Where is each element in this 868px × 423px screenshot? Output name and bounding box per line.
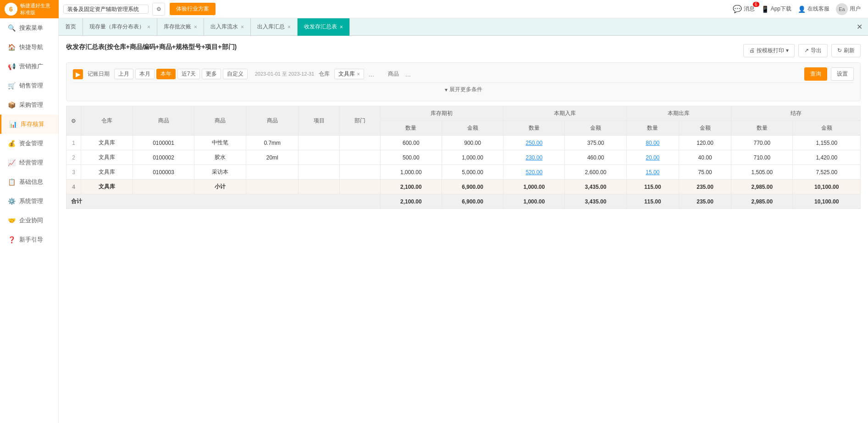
table-cell[interactable]: 20.00 [626,150,679,165]
sidebar-item-basic[interactable]: 📋 基础信息 [0,172,58,192]
warehouse-label: 仓库 [319,70,330,78]
service-label: 在线客服 [807,5,829,13]
table-cell: 1,000.00 [442,150,503,165]
goods-more-dots[interactable]: ... [405,71,411,78]
tab-recv-send[interactable]: 收发存汇总表 × [298,18,350,36]
table-cell[interactable]: 15.00 [626,165,679,180]
sidebar-item-newbie[interactable]: ❓ 新手引导 [0,230,58,249]
tab-stock-dist[interactable]: 现存量（库存分布表） × [83,18,157,36]
app-download-label: App下载 [771,5,791,13]
print-button[interactable]: 🖨 按模板打印 ▾ [743,44,795,57]
system-icon: ⚙️ [7,197,16,205]
sidebar-item-label: 采购管理 [19,101,43,109]
table-cell: 3,435.00 [565,180,626,194]
online-service-button[interactable]: 👤 在线客服 [798,5,829,13]
query-button[interactable]: 查询 [804,67,827,81]
col-header-project: 项目 [299,106,339,136]
table-cell: 1,420.00 [793,150,861,165]
tab-stock-dist-close[interactable]: × [147,24,150,30]
tab-inout-flow-close[interactable]: × [241,24,244,30]
message-button[interactable]: 💬 6 消息 [733,5,755,13]
table-cell [299,180,339,194]
tab-bar: 首页 现存量（库存分布表） × 库存批次账 × 出入库流水 × 出入库汇总 × … [59,18,868,36]
sidebar-item-inventory[interactable]: 📊 库存核算 [0,115,58,134]
sidebar-item-shortcut[interactable]: 🏠 快捷导航 [0,38,58,57]
table-cell: 6,900.00 [442,180,503,194]
sidebar-item-purchase[interactable]: 📦 采购管理 [0,95,58,115]
table-cell: 文具库 [81,165,133,180]
sub-header-bal-qty: 数量 [731,121,793,136]
table-cell: 2,100.00 [380,180,442,194]
tab-inout-summary-close[interactable]: × [287,24,291,30]
logo-icon: 6 [5,3,17,16]
date-btn-this-month[interactable]: 本月 [135,69,155,79]
table-cell: 1,155.00 [793,136,861,150]
table-cell: 7,525.00 [793,165,861,180]
table-cell[interactable]: 230.00 [503,150,565,165]
search-icon: 🔍 [7,24,16,32]
table-row: 3文具库0100003采访本1,000.005,000.00520.002,60… [66,165,861,180]
table-cell [299,136,339,150]
user-button[interactable]: Ea 用户 [836,3,861,15]
date-btn-this-year[interactable]: 本年 [156,69,176,79]
sidebar-item-finance[interactable]: 💰 资金管理 [0,134,58,153]
tab-home-label: 首页 [65,23,76,31]
table-cell[interactable]: 520.00 [503,165,565,180]
tab-inout-summary[interactable]: 出入库汇总 × [251,18,298,36]
tab-inout-flow[interactable]: 出入库流水 × [204,18,251,36]
table-cell: 500.00 [380,150,442,165]
sidebar-item-search[interactable]: 🔍 搜索菜单 [0,18,58,38]
table-cell: 0.7mm [246,136,299,150]
table-cell: 40.00 [679,150,731,165]
col-header-init: 库存期初 [380,106,503,121]
close-all-tabs-button[interactable]: ✕ [851,18,868,36]
tab-recv-send-close[interactable]: × [340,24,343,30]
table-cell [246,165,299,180]
sidebar-item-operations[interactable]: 📈 经营管理 [0,153,58,172]
page-title: 收发存汇总表(按仓库+商品编码+商品+规格型号+项目+部门) [66,43,237,51]
col-header-in: 本期入库 [503,106,626,121]
expand-label: 展开更多条件 [449,86,482,93]
sub-header-in-amt: 金额 [565,121,626,136]
tab-home[interactable]: 首页 [59,18,83,36]
sidebar-item-marketing[interactable]: 📢 营销推广 [0,57,58,76]
export-button[interactable]: ↗ 导出 [798,44,828,57]
expand-more-button[interactable]: ▾ 展开更多条件 [73,82,854,96]
filter-settings-button[interactable]: 设置 [831,67,854,81]
tab-batch-close[interactable]: × [194,24,197,30]
date-btn-custom[interactable]: 自定义 [223,69,248,79]
table-settings-header[interactable]: ⚙ [66,106,81,136]
sidebar-item-sales[interactable]: 🛒 销售管理 [0,76,58,95]
app-download-button[interactable]: 📱 App下载 [761,5,791,13]
warehouse-more-dots[interactable]: ... [369,71,374,78]
sidebar-item-system[interactable]: ⚙️ 系统管理 [0,192,58,211]
message-badge: 6 [753,2,759,7]
table-cell: 600.00 [380,136,442,150]
table-cell: 770.00 [731,136,793,150]
trial-button[interactable]: 体验行业方案 [170,3,216,15]
warehouse-tag[interactable]: 文具库 × [334,69,364,79]
warehouse-tag-close[interactable]: × [357,71,360,77]
gear-button[interactable]: ⚙ [152,3,165,16]
expand-icon: ▾ [445,87,448,93]
refresh-button[interactable]: ↻ 刷新 [831,44,861,57]
table-cell[interactable]: 80.00 [626,136,679,150]
table-cell: 中性笔 [194,136,246,150]
tab-batch[interactable]: 库存批次账 × [157,18,204,36]
sub-header-in-qty: 数量 [503,121,565,136]
date-btn-more[interactable]: 更多 [202,69,221,79]
tab-recv-send-label: 收发存汇总表 [304,23,337,31]
table-cell [339,180,380,194]
system-title-select[interactable]: 装备及固定资产辅助管理系统 [63,5,149,14]
table-cell[interactable]: 250.00 [503,136,565,150]
date-btn-7days[interactable]: 近7天 [177,69,200,79]
sub-header-bal-amt: 金额 [793,121,861,136]
col-header-bal: 结存 [731,106,861,121]
sidebar-item-label: 系统管理 [19,197,43,205]
date-btn-prev-month[interactable]: 上月 [114,69,133,79]
filter-toggle-button[interactable]: ▶ [73,69,83,79]
sidebar-item-label: 基础信息 [19,178,43,186]
sidebar-item-enterprise[interactable]: 🤝 企业协同 [0,211,58,230]
table-cell: 75.00 [679,165,731,180]
table-cell: 0100001 [133,136,194,150]
